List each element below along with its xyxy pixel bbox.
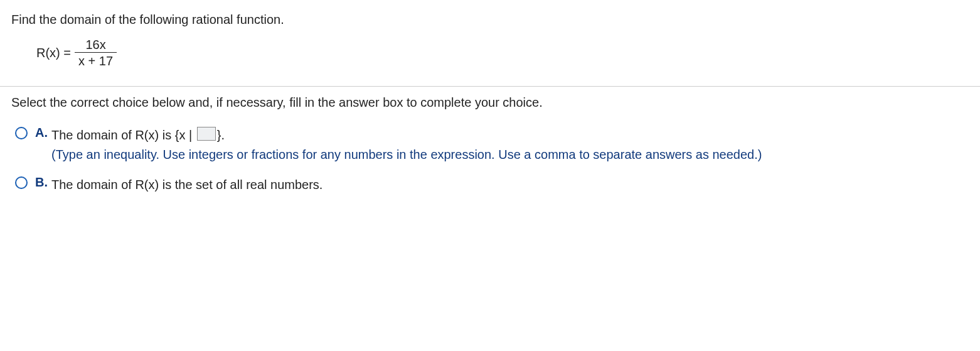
radio-choice-a[interactable] bbox=[15, 127, 28, 139]
question-prompt: Find the domain of the following rationa… bbox=[11, 13, 969, 27]
fraction-denominator: x + 17 bbox=[75, 52, 117, 67]
fraction: 16x x + 17 bbox=[75, 38, 117, 67]
function-label: R(x) = bbox=[36, 46, 75, 60]
choice-a-text-after: }. bbox=[217, 128, 225, 142]
radio-choice-b[interactable] bbox=[15, 176, 28, 189]
formula: R(x) = 16x x + 17 bbox=[36, 38, 969, 67]
choice-b-text: The domain of R(x) is the set of all rea… bbox=[51, 178, 322, 192]
choice-a-hint: (Type an inequality. Use integers or fra… bbox=[51, 148, 762, 161]
choice-b-row: B. The domain of R(x) is the set of all … bbox=[15, 175, 969, 195]
fraction-numerator: 16x bbox=[82, 38, 109, 52]
choice-a-row: A. The domain of R(x) is {x | }. (Type a… bbox=[15, 125, 969, 165]
choice-b-letter: B. bbox=[35, 175, 51, 190]
choice-a-letter: A. bbox=[35, 125, 51, 140]
choice-a-text-before: The domain of R(x) is {x | bbox=[51, 128, 192, 142]
instruction-text: Select the correct choice below and, if … bbox=[11, 95, 969, 110]
choice-b-body: The domain of R(x) is the set of all rea… bbox=[51, 175, 322, 195]
choice-a-body: The domain of R(x) is {x | }. (Type an i… bbox=[51, 125, 762, 165]
answer-input-a[interactable] bbox=[197, 127, 216, 141]
choices-group: A. The domain of R(x) is {x | }. (Type a… bbox=[15, 125, 969, 195]
section-divider bbox=[0, 86, 980, 87]
question-block: Find the domain of the following rationa… bbox=[11, 13, 969, 86]
